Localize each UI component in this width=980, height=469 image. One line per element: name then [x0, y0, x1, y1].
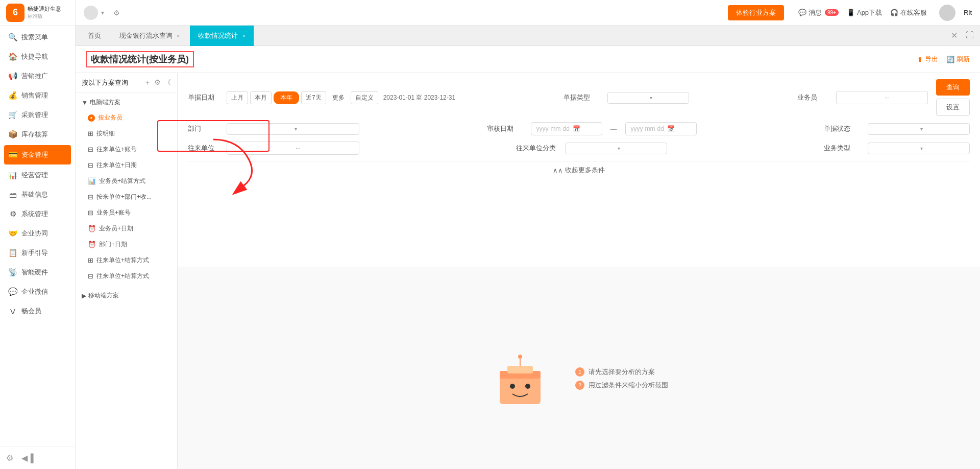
sidebar-item-wechat[interactable]: 💬 企业微信 — [0, 282, 75, 301]
phone-icon: 📱 — [847, 9, 855, 16]
salesperson-select[interactable]: ··· — [836, 91, 928, 104]
calendar-to-icon: 📅 — [667, 125, 675, 132]
sidebar-item-basic[interactable]: 🗃 基础信息 — [0, 185, 75, 204]
trial-button[interactable]: 体验行业方案 — [728, 5, 784, 20]
status-select[interactable]: ▾ — [868, 123, 970, 135]
sidebar-item-operation[interactable]: 📊 经营管理 — [0, 166, 75, 185]
partner-type-select[interactable]: ▾ — [565, 143, 667, 154]
scheme-item-dept-date[interactable]: ⏰ 部门+日期 — [76, 237, 177, 252]
scheme-item-sale-account[interactable]: ⊟ 业务员+账号 — [76, 205, 177, 221]
sale-account-icon: ⊟ — [88, 209, 93, 217]
date-btn-more[interactable]: 更多 — [328, 92, 349, 104]
scheme-item-unit-date[interactable]: ⊟ 往来单位+日期 — [76, 157, 177, 173]
sidebar-item-guide[interactable]: 📋 新手引导 — [0, 243, 75, 263]
tab-close-cashflow[interactable]: × — [177, 33, 180, 39]
scheme-add-button[interactable]: ＋ — [144, 78, 151, 87]
operation-icon: 📊 — [8, 171, 17, 180]
salesperson-label: 业务员 — [797, 93, 828, 102]
scheme-item-salesperson[interactable]: ● 按业务员 — [76, 110, 177, 126]
svg-rect-1 — [500, 376, 541, 404]
scheme-item-unit-dept[interactable]: ⊟ 按来单位+部门+收... — [76, 189, 177, 205]
status-label: 单据状态 — [824, 124, 860, 133]
tab-close-receipts[interactable]: × — [242, 33, 245, 39]
sidebar-item-member[interactable]: V 畅会员 — [0, 301, 75, 321]
online-service-item[interactable]: 🎧 在线客服 — [890, 8, 927, 17]
collapse-up-icon: ∧∧ — [553, 167, 563, 174]
scheme-item-unit-account[interactable]: ⊟ 往来单位+账号 — [76, 142, 177, 157]
status-select-arrow: ▾ — [920, 126, 964, 132]
business-type-select[interactable]: ▾ — [868, 143, 970, 154]
settings-bottom-icon[interactable]: ⚙ — [6, 453, 13, 463]
date-btn-last-month[interactable]: 上月 — [227, 91, 248, 104]
scheme-settings-button[interactable]: ⚙ — [154, 78, 161, 87]
sidebar-item-finance[interactable]: 💳 资金管理 — [4, 145, 71, 165]
username-display: Rit — [964, 9, 972, 16]
collapse-button[interactable]: ∧∧ 收起更多条件 — [188, 161, 970, 179]
date-btn-this-year[interactable]: 本年 — [274, 91, 299, 104]
sidebar-item-marketing[interactable]: 📢 营销推广 — [0, 66, 75, 86]
filter-panel: 单据日期 上月 本月 本年 近7天 更多 自定义 2023-01-01 至 20… — [178, 73, 980, 267]
scheme-section-desktop-title[interactable]: ▼ 电脑端方案 — [76, 95, 177, 110]
sidebar-item-inventory[interactable]: 📦 库存核算 — [0, 125, 75, 144]
sidebar-item-hardware[interactable]: 📡 智能硬件 — [0, 263, 75, 282]
sidebar-item-purchase[interactable]: 🛒 采购管理 — [0, 105, 75, 125]
unit-settlement2-icon: ⊟ — [88, 272, 93, 280]
partner-type-arrow: ▾ — [618, 146, 662, 151]
business-type-arrow: ▾ — [920, 146, 964, 151]
scheme-item-sale-settlement[interactable]: 📊 业务员+结算方式 — [76, 173, 177, 189]
scheme-collapse-button[interactable]: 《 — [164, 78, 171, 87]
detail-icon: ⊞ — [88, 130, 93, 137]
inventory-icon: 📦 — [8, 130, 17, 139]
settings-button[interactable]: 设置 — [936, 99, 970, 116]
dept-select[interactable]: ▾ — [227, 123, 359, 135]
sidebar-item-search[interactable]: 🔍 搜索菜单 — [0, 28, 75, 47]
sidebar-item-system[interactable]: ⚙ 系统管理 — [0, 204, 75, 224]
scheme-item-sale-date[interactable]: ⏰ 业务员+日期 — [76, 221, 177, 237]
app-download-item[interactable]: 📱 App下载 — [847, 8, 882, 17]
tab-cashflow[interactable]: 现金银行流水查询 × — [111, 28, 188, 44]
gear-icon-top[interactable]: ⚙ — [113, 9, 120, 17]
type-select[interactable]: ▾ — [607, 92, 689, 104]
empty-hint-1: 1 请先选择要分析的方案 — [575, 367, 668, 377]
query-button[interactable]: 查询 — [936, 79, 970, 96]
date-btn-this-month[interactable]: 本月 — [250, 91, 272, 104]
scheme-item-unit-settlement2[interactable]: ⊟ 往来单位+结算方式 — [76, 268, 177, 284]
close-window-icon[interactable]: ✕ — [949, 29, 960, 42]
sidebar-item-enterprise[interactable]: 🤝 企业协同 — [0, 224, 75, 243]
partner-select[interactable]: ··· — [227, 142, 359, 155]
svg-rect-3 — [507, 366, 533, 373]
sidebar-item-quicknav[interactable]: 🏠 快捷导航 — [0, 47, 75, 66]
partner-dots[interactable]: ··· — [296, 145, 354, 152]
date-btn-7days[interactable]: 近7天 — [301, 91, 326, 104]
review-date-from[interactable]: yyyy-mm-dd 📅 — [531, 122, 602, 135]
scheme-item-detail[interactable]: ⊞ 按明细 — [76, 126, 177, 142]
scheme-section-mobile-title[interactable]: ▶ 移动端方案 — [76, 288, 177, 303]
date-label: 单据日期 — [188, 93, 218, 102]
search-icon: 🔍 — [8, 33, 17, 42]
dept-select-arrow: ▾ — [295, 126, 354, 132]
enterprise-icon: 🤝 — [8, 229, 17, 238]
sidebar-item-sales[interactable]: 💰 销售管理 — [0, 86, 75, 105]
notification-item[interactable]: 💬 消息 99+ — [798, 8, 839, 17]
tab-receipts[interactable]: 收款情况统计 × — [190, 26, 253, 46]
refresh-button[interactable]: 🔄 刷新 — [946, 55, 970, 64]
unit-account-icon: ⊟ — [88, 146, 93, 153]
review-date-to[interactable]: yyyy-mm-dd 📅 — [625, 122, 697, 135]
action-buttons: 查询 设置 — [936, 79, 970, 116]
finance-icon: 💳 — [8, 150, 17, 159]
user-avatar[interactable] — [939, 5, 955, 21]
maximize-icon[interactable]: ⛶ — [964, 29, 976, 42]
export-button[interactable]: ⬆ 导出 — [917, 55, 938, 64]
type-select-arrow: ▾ — [650, 95, 683, 101]
user-avatar-small — [84, 6, 98, 20]
salesperson-dots[interactable]: ··· — [885, 94, 922, 101]
sales-icon: 💰 — [8, 91, 17, 100]
tab-home[interactable]: 首页 — [80, 28, 109, 44]
collapse-sidebar-icon[interactable]: ◀▐ — [21, 453, 33, 463]
right-panel: 单据日期 上月 本月 本年 近7天 更多 自定义 2023-01-01 至 20… — [178, 73, 980, 469]
sale-settlement-icon: 📊 — [88, 177, 96, 185]
chevron-down-icon: ▼ — [82, 99, 88, 106]
refresh-icon: 🔄 — [946, 56, 954, 63]
scheme-item-unit-settlement1[interactable]: ⊞ 往来单位+结算方式 — [76, 252, 177, 268]
date-btn-custom[interactable]: 自定义 — [351, 91, 378, 104]
